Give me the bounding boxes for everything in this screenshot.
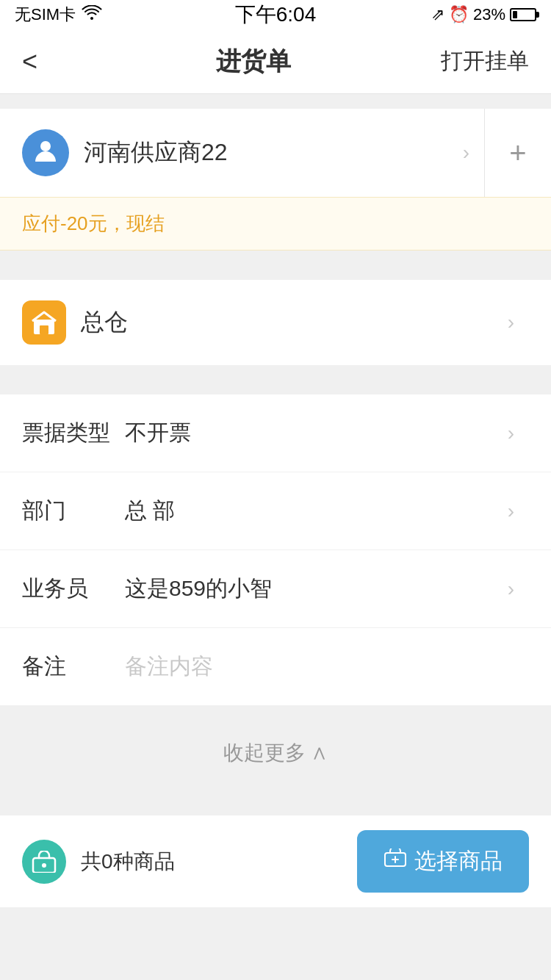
section-gap-4 (0, 786, 551, 801)
supplier-chevron-icon: › (448, 141, 484, 165)
warehouse-icon (22, 300, 66, 345)
salesperson-chevron-icon: › (493, 577, 529, 601)
location-icon: ⇗ (431, 5, 444, 24)
status-bar: 无SIM卡 下午6:04 ⇗ ⏰ 23% (0, 0, 551, 29)
status-right: ⇗ ⏰ 23% (431, 5, 536, 24)
warehouse-name: 总仓 (81, 306, 493, 339)
battery-percentage: 23% (473, 5, 505, 24)
warehouse-row[interactable]: 总仓 › (0, 280, 551, 365)
svg-point-4 (42, 863, 46, 868)
collapse-label: 收起更多 ∧ (223, 741, 328, 764)
salesperson-value: 这是859的小智 (125, 574, 493, 604)
invoice-type-label: 票据类型 (22, 418, 125, 448)
select-product-label: 选择商品 (414, 846, 503, 876)
collapse-bar[interactable]: 收起更多 ∧ (0, 720, 551, 786)
product-count-container: 共0种商品 (22, 840, 357, 884)
section-gap-1 (0, 94, 551, 109)
notice-text: 应付-20元，现结 (22, 212, 165, 234)
battery-icon (510, 8, 536, 21)
salesperson-label: 业务员 (22, 574, 125, 604)
avatar (22, 129, 69, 176)
invoice-type-value: 不开票 (125, 418, 493, 448)
department-label: 部门 (22, 496, 125, 526)
person-icon (32, 137, 59, 170)
nav-bar: < 进货单 打开挂单 (0, 29, 551, 94)
department-chevron-icon: › (493, 500, 529, 523)
add-supplier-button[interactable]: + (485, 137, 551, 170)
supplier-name: 河南供应商22 (84, 137, 448, 169)
alarm-icon: ⏰ (449, 5, 469, 24)
department-value: 总 部 (125, 496, 493, 526)
supplier-section: 河南供应商22 › + (0, 109, 551, 197)
cart-icon (383, 849, 407, 874)
status-time: 下午6:04 (235, 1, 317, 29)
svg-rect-2 (40, 325, 48, 334)
bottom-bar: 共0种商品 选择商品 (0, 815, 551, 907)
main-content: 河南供应商22 › + 应付-20元，现结 总仓 › 票据类型 (0, 94, 551, 980)
remark-input[interactable]: 备注内容 (125, 652, 529, 682)
remark-label: 备注 (22, 652, 125, 682)
warehouse-section[interactable]: 总仓 › (0, 280, 551, 365)
product-icon (22, 840, 66, 884)
remark-row[interactable]: 备注 备注内容 (0, 628, 551, 705)
svg-point-0 (40, 141, 51, 151)
open-pending-button[interactable]: 打开挂单 (441, 46, 529, 76)
warehouse-chevron-icon: › (493, 311, 529, 334)
department-row[interactable]: 部门 总 部 › (0, 472, 551, 550)
form-section: 票据类型 不开票 › 部门 总 部 › 业务员 这是859的小智 › 备注 备注… (0, 394, 551, 705)
salesperson-row[interactable]: 业务员 这是859的小智 › (0, 550, 551, 628)
invoice-type-row[interactable]: 票据类型 不开票 › (0, 394, 551, 472)
invoice-type-chevron-icon: › (493, 422, 529, 445)
section-gap-2 (0, 251, 551, 265)
section-gap-3 (0, 365, 551, 380)
back-button[interactable]: < (22, 46, 66, 77)
carrier-label: 无SIM卡 (15, 4, 76, 26)
select-product-button[interactable]: 选择商品 (357, 830, 529, 893)
status-left: 无SIM卡 (15, 4, 102, 26)
notice-banner: 应付-20元，现结 (0, 197, 551, 251)
product-count-text: 共0种商品 (81, 848, 175, 876)
page-title: 进货单 (216, 45, 291, 79)
wifi-icon (82, 5, 102, 24)
supplier-row[interactable]: 河南供应商22 › (0, 109, 485, 197)
